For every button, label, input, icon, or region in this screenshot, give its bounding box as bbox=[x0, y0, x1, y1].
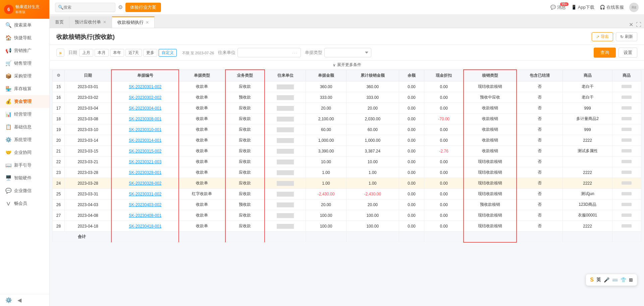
app-download-button[interactable]: 📱 App下载 bbox=[571, 4, 594, 10]
cell-product2-5 bbox=[612, 135, 641, 146]
sidebar-item-finance[interactable]: 💰 资金管理 bbox=[0, 95, 49, 108]
th-cash-discount: 现金折扣 bbox=[424, 70, 464, 81]
watermark-keyboard-icon[interactable]: ⌨️ bbox=[612, 277, 618, 283]
filter-date-custom[interactable]: 自定义 bbox=[159, 49, 177, 57]
expand-label: 展开更多条件 bbox=[337, 62, 361, 68]
tab-expand-icon[interactable]: ⛶ bbox=[636, 22, 641, 28]
sidebar-item-guide[interactable]: 📖 新手引导 bbox=[0, 159, 49, 172]
cell-verifytype-2: 收款核销 bbox=[464, 103, 517, 114]
search-input[interactable] bbox=[63, 5, 112, 10]
cell-product2-9 bbox=[612, 178, 641, 189]
sidebar-item-inventory[interactable]: 🏪 库存核算 bbox=[0, 82, 49, 95]
cell-amount-5: 1,000.00 bbox=[306, 135, 346, 146]
cell-docno-3: SK-20230308-001 bbox=[111, 114, 179, 124]
sidebar-item-search[interactable]: 🔍 搜索菜单 bbox=[0, 19, 49, 32]
sidebar-item-quick-nav[interactable]: 🏠 快捷导航 bbox=[0, 32, 49, 44]
gear-icon[interactable]: ⚙ bbox=[118, 4, 123, 10]
sidebar-bottom: ⚙️ ◀ bbox=[0, 294, 49, 306]
search-icon: 🔍 bbox=[58, 5, 63, 10]
th-doc-no: 单据编号 bbox=[111, 70, 179, 81]
docno-link-3[interactable]: SK-20230308-001 bbox=[129, 117, 161, 121]
th-amount: 单据金额 bbox=[306, 70, 346, 81]
export-button[interactable]: ↗ 导出 bbox=[592, 32, 613, 41]
tab-close-receipt-verify[interactable]: ✕ bbox=[146, 20, 149, 25]
cell-verifytype-10: 现结收款核销 bbox=[464, 189, 517, 199]
filter-date-7days[interactable]: 近7天 bbox=[125, 49, 142, 57]
online-service-button[interactable]: 🎧 在线客服 bbox=[600, 4, 624, 10]
cell-doctype-0: 收款单 bbox=[179, 81, 225, 92]
sidebar-item-member[interactable]: V 畅会员 bbox=[0, 197, 49, 210]
docno-link-0[interactable]: SK-20230301-002 bbox=[129, 84, 161, 89]
sidebar-item-wechat[interactable]: 💬 企业微信 bbox=[0, 184, 49, 197]
filter-date-more[interactable]: 更多 bbox=[143, 49, 157, 57]
sidebar-item-corp[interactable]: 🤝 企业协同 bbox=[0, 146, 49, 159]
footer-balance bbox=[399, 232, 424, 242]
cell-discount-0: 0.00 bbox=[424, 81, 464, 92]
cell-verified-11: 20.00 bbox=[346, 199, 399, 210]
filter-collapse-button[interactable]: » bbox=[56, 49, 64, 57]
docno-link-2[interactable]: SK-20230304-001 bbox=[129, 106, 161, 111]
sidebar-item-hardware[interactable]: 🖥️ 智能硬件 bbox=[0, 172, 49, 184]
tab-receipt-verify[interactable]: 收款核销执行✕ bbox=[112, 16, 155, 28]
cell-date-11: 2023-04-03 bbox=[65, 199, 112, 210]
cell-product2-10 bbox=[612, 189, 641, 199]
docno-link-13[interactable]: SK-20230418-001 bbox=[129, 224, 161, 229]
cell-product-1: 老白干 bbox=[563, 92, 612, 103]
cell-balance-9: 0.00 bbox=[399, 178, 424, 189]
sidebar-item-purchase[interactable]: 📦 采购管理 bbox=[0, 70, 49, 82]
tab-close-icon[interactable]: ✕ bbox=[629, 21, 633, 28]
cell-verifytype-1: 预收中应收 bbox=[464, 92, 517, 103]
sidebar-icon-finance: 💰 bbox=[5, 99, 11, 105]
filter-doctype-select[interactable]: 收款单 红字收款单 bbox=[324, 48, 371, 57]
cell-partner-9: ██████ bbox=[265, 178, 306, 189]
sidebar-item-basic-info[interactable]: 📋 基础信息 bbox=[0, 121, 49, 133]
tab-home[interactable]: 首页 bbox=[50, 16, 69, 28]
docno-link-7[interactable]: SK-20230321-003 bbox=[129, 160, 161, 164]
avatar[interactable]: Rit bbox=[629, 3, 639, 12]
sidebar-collapse-icon[interactable]: ◀ bbox=[17, 297, 21, 303]
cell-product-0: 老白干 bbox=[563, 81, 612, 92]
docno-link-5[interactable]: SK-20230314-001 bbox=[129, 138, 161, 143]
solution-button[interactable]: 体验行业方案 bbox=[125, 3, 161, 12]
docno-link-8[interactable]: SK-20230328-001 bbox=[129, 170, 161, 175]
filter-partner-input[interactable] bbox=[240, 50, 291, 55]
watermark-s-icon: S bbox=[590, 277, 594, 283]
cell-discount-6: -2.76 bbox=[424, 146, 464, 157]
filter-doctype-label: 单据类型 bbox=[305, 50, 322, 56]
cell-settled-9: 否 bbox=[517, 178, 562, 189]
docno-link-11[interactable]: SK-20230403-002 bbox=[129, 202, 161, 207]
message-button[interactable]: 💬 消息 99+ bbox=[550, 4, 566, 10]
docno-link-10[interactable]: SK-20230331-002 bbox=[129, 192, 161, 196]
refresh-button[interactable]: ↻ 刷新 bbox=[616, 32, 637, 41]
watermark-grid-icon[interactable]: ⊞ bbox=[629, 277, 633, 283]
docno-link-4[interactable]: SK-20230310-001 bbox=[129, 127, 161, 132]
docno-link-12[interactable]: SK-20230408-001 bbox=[129, 213, 161, 218]
footer-product2 bbox=[612, 232, 641, 242]
sidebar-item-operations[interactable]: 📊 经营管理 bbox=[0, 108, 49, 121]
watermark-mic-icon[interactable]: 🎤 bbox=[604, 277, 609, 283]
filter-date-this-month[interactable]: 本月 bbox=[95, 49, 109, 57]
expand-more-button[interactable]: ∨ 展开更多条件 bbox=[333, 62, 361, 68]
sidebar-icon-hardware: 🖥️ bbox=[5, 175, 11, 181]
docno-link-6[interactable]: SK-20230315-002 bbox=[129, 149, 161, 154]
cell-biztype-10: 应收款 bbox=[225, 189, 265, 199]
cell-biztype-7: 应收款 bbox=[225, 157, 265, 167]
docno-link-9[interactable]: SK-20230328-002 bbox=[129, 181, 161, 186]
filter-date-prev-month[interactable]: 上月 bbox=[79, 49, 93, 57]
sidebar-settings-icon[interactable]: ⚙️ bbox=[5, 297, 12, 303]
filter-dots-icon[interactable]: ··· bbox=[292, 50, 298, 55]
cell-balance-0: 0.00 bbox=[399, 81, 424, 92]
docno-link-1[interactable]: SK-20230302-002 bbox=[129, 95, 161, 100]
tab-close-pre-receipt[interactable]: ✕ bbox=[103, 20, 106, 24]
cell-doctype-8: 收款单 bbox=[179, 167, 225, 178]
tab-pre-receipt[interactable]: 预计应收付单✕ bbox=[69, 16, 112, 28]
sidebar-item-system[interactable]: ⚙️ 系统管理 bbox=[0, 133, 49, 146]
filter-settings-button[interactable]: 设置 bbox=[619, 48, 637, 58]
th-settings[interactable]: ⚙ bbox=[53, 70, 65, 81]
sidebar-item-marketing[interactable]: 📢 营销推广 bbox=[0, 44, 49, 57]
th-product2: 商品 bbox=[612, 70, 641, 81]
query-button[interactable]: 查询 bbox=[594, 48, 616, 58]
sidebar-item-sales[interactable]: 🛒 销售管理 bbox=[0, 57, 49, 70]
watermark-shirt-icon[interactable]: 👕 bbox=[621, 277, 626, 283]
filter-date-this-year[interactable]: 本年 bbox=[110, 49, 124, 57]
